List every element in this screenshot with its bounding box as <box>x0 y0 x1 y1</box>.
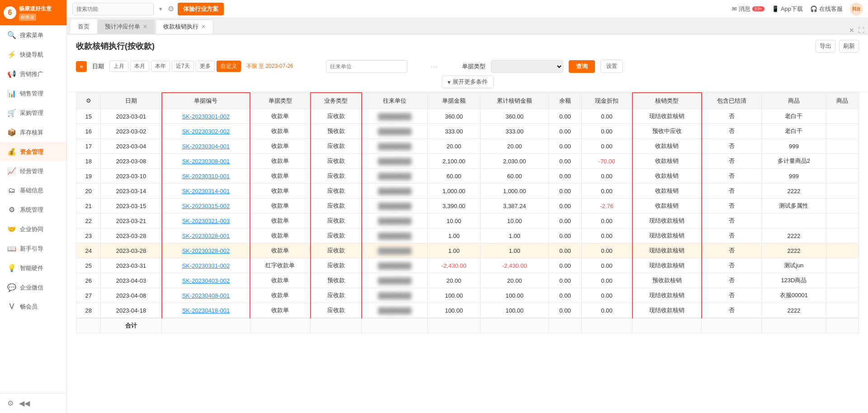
sidebar-item-企业协同[interactable]: 🤝企业协同 <box>0 219 66 239</box>
tab-收款核销执行[interactable]: 收款核销执行✕ <box>156 19 213 34</box>
search-input[interactable] <box>72 3 154 15</box>
col-header-counterpart: 往来单位 <box>362 93 428 109</box>
sidebar-label: 搜索菜单 <box>20 31 43 39</box>
solution-button[interactable]: 体验行业方案 <box>178 3 224 15</box>
cell-gear: 15 <box>76 109 101 124</box>
expand-filter-button[interactable]: ▾ 展开更多条件 <box>442 76 494 88</box>
tab-close-icon[interactable]: ✕ <box>201 24 206 30</box>
cell-amount: 20.00 <box>428 139 480 154</box>
cell-goods: 2222 <box>761 184 826 199</box>
sidebar-item-资金管理[interactable]: 💰资金管理 <box>0 142 66 161</box>
cell-balance: 0.00 <box>549 184 581 199</box>
expand-tabs-icon[interactable]: ⛶ <box>858 27 864 34</box>
cell-voucher_no[interactable]: SK-20230403-002 <box>162 273 250 288</box>
date-btn-上月[interactable]: 上月 <box>109 61 128 72</box>
cell-balance: 0.00 <box>549 109 581 124</box>
voucher-type-select[interactable] <box>491 60 563 73</box>
sidebar-icon: 📊 <box>7 89 16 98</box>
cell-voucher_no[interactable]: SK-20230302-002 <box>162 124 250 139</box>
sidebar-item-营销推广[interactable]: 📢营销推广 <box>0 64 66 84</box>
cell-goods2 <box>826 228 859 243</box>
cell-include_settled: 否 <box>702 139 762 154</box>
sidebar-item-系统管理[interactable]: ⚙系统管理 <box>0 200 66 219</box>
date-btn-custom[interactable]: 自定义 <box>217 61 241 72</box>
collapse-icon[interactable]: ◀◀ <box>19 399 30 408</box>
app-download-action[interactable]: 📱 App下载 <box>772 5 803 13</box>
cell-voucher_no[interactable]: SK-20230301-002 <box>162 109 250 124</box>
cell-cash_discount: 0.00 <box>581 184 632 199</box>
sidebar-item-搜索菜单[interactable]: 🔍搜索菜单 <box>0 25 66 45</box>
cell-goods2 <box>826 273 859 288</box>
cell-voucher_no[interactable]: SK-20230418-001 <box>162 303 250 318</box>
dropdown-arrow-icon[interactable]: ▾ <box>157 5 164 12</box>
settings-icon[interactable]: ⚙ <box>7 399 14 408</box>
cell-goods: 999 <box>761 169 826 184</box>
cell-write_off_type: 现结收款核销 <box>632 243 702 258</box>
cell-voucher_no[interactable]: SK-20230408-001 <box>162 288 250 303</box>
col-header-goods2: 商品 <box>826 93 859 109</box>
cell-voucher_no[interactable]: SK-20230328-002 <box>162 243 250 258</box>
cell-voucher_no[interactable]: SK-20230328-001 <box>162 228 250 243</box>
date-btn-本年[interactable]: 本年 <box>151 61 170 72</box>
cell-goods: 老白干 <box>761 124 826 139</box>
query-button[interactable]: 查询 <box>569 60 595 73</box>
cell-goods2 <box>826 169 859 184</box>
sidebar-item-经营管理[interactable]: 📈经营管理 <box>0 161 66 181</box>
cell-gear: 28 <box>76 303 101 318</box>
user-avatar[interactable]: Rit <box>850 3 863 15</box>
cell-cash_discount: 0.00 <box>581 273 632 288</box>
export-button[interactable]: 导出 <box>816 40 835 52</box>
sidebar-item-基础信息[interactable]: 🗂基础信息 <box>0 181 66 200</box>
filter-collapse-button[interactable]: » <box>76 61 87 72</box>
cell-gear: 24 <box>76 243 101 258</box>
cell-business_type: 应收款 <box>311 228 362 243</box>
online-service-action[interactable]: 🎧 在线客服 <box>810 5 843 13</box>
close-all-icon[interactable]: ✕ <box>849 27 854 34</box>
cell-voucher_type: 收款单 <box>250 199 310 214</box>
cell-voucher_no[interactable]: SK-20230304-001 <box>162 139 250 154</box>
cell-gear: 23 <box>76 228 101 243</box>
date-btn-近7天[interactable]: 近7天 <box>172 61 194 72</box>
date-btn-更多[interactable]: 更多 <box>196 61 215 72</box>
sidebar-item-库存核算[interactable]: 📦库存核算 <box>0 123 66 142</box>
footer-cell-cumulative <box>480 318 549 333</box>
cell-include_settled: 否 <box>702 228 762 243</box>
cell-goods: 老白干 <box>761 109 826 124</box>
cell-voucher_no[interactable]: SK-20230310-001 <box>162 169 250 184</box>
tab-预计冲应付单[interactable]: 预计冲应付单✕ <box>98 19 155 34</box>
sidebar-label: 销售管理 <box>20 90 43 98</box>
sidebar-item-企业微信[interactable]: 💬企业微信 <box>0 278 66 297</box>
counterpart-input[interactable] <box>326 60 407 73</box>
settings-button[interactable]: 设置 <box>600 60 623 73</box>
cell-amount: 60.00 <box>428 169 480 184</box>
sidebar-item-畅会员[interactable]: V畅会员 <box>0 297 66 316</box>
cell-voucher_no[interactable]: SK-20230331-002 <box>162 258 250 273</box>
sidebar-item-采购管理[interactable]: 🛒采购管理 <box>0 103 66 123</box>
col-header-voucher_no: 单据编号 <box>162 93 250 109</box>
cell-amount: 333.00 <box>428 124 480 139</box>
cell-write_off_type: 收款核销 <box>632 199 702 214</box>
cell-voucher_no[interactable]: SK-20230308-001 <box>162 154 250 169</box>
cell-voucher_no[interactable]: SK-20230314-001 <box>162 184 250 199</box>
sidebar-item-新手引导[interactable]: 📖新手引导 <box>0 239 66 258</box>
filter-ellipsis[interactable]: ··· <box>431 63 439 70</box>
cell-cumulative: 10.00 <box>480 214 549 228</box>
cell-gear: 16 <box>76 124 101 139</box>
cell-voucher_no[interactable]: SK-20230315-002 <box>162 199 250 214</box>
cell-voucher_type: 收款单 <box>250 169 310 184</box>
tab-close-icon[interactable]: ✕ <box>143 24 147 30</box>
cell-voucher_no[interactable]: SK-20230321-003 <box>162 214 250 228</box>
message-action[interactable]: ✉ 消息 99+ <box>732 5 764 13</box>
cell-include_settled: 否 <box>702 214 762 228</box>
sidebar-item-快捷导航[interactable]: ⚡快捷导航 <box>0 45 66 64</box>
cell-business_type: 应收款 <box>311 243 362 258</box>
sidebar-item-销售管理[interactable]: 📊销售管理 <box>0 84 66 103</box>
date-btn-本月[interactable]: 本月 <box>130 61 149 72</box>
sidebar-item-智能硬件[interactable]: 💡智能硬件 <box>0 258 66 278</box>
topbar-gear-icon[interactable]: ⚙ <box>168 5 174 13</box>
table-row: 282023-04-18SK-20230418-001收款单应收款███████… <box>76 303 859 318</box>
topbar-actions: ✉ 消息 99+ 📱 App下载 🎧 在线客服 Rit <box>732 3 863 15</box>
cell-include_settled: 否 <box>702 184 762 199</box>
tab-首页[interactable]: 首页 <box>71 19 97 34</box>
refresh-button[interactable]: 刷新 <box>839 40 859 52</box>
